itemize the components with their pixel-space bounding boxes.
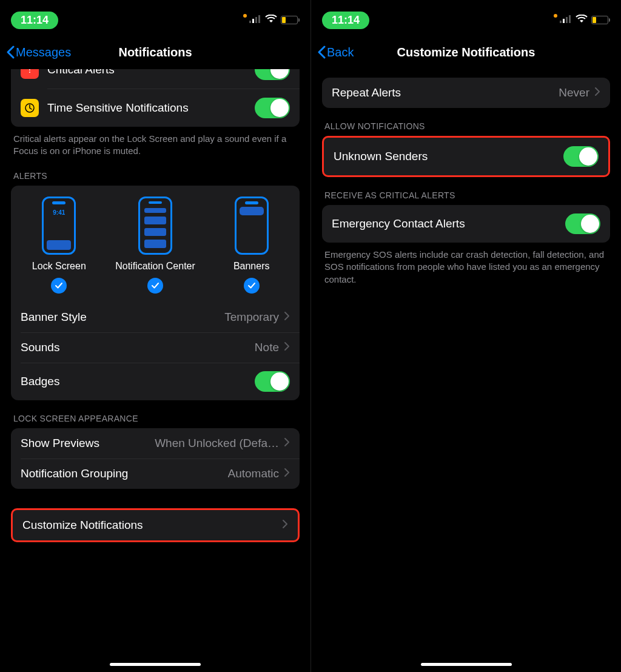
repeat-alerts-row[interactable]: Repeat Alerts Never — [322, 78, 610, 108]
status-time: 11:14 — [11, 12, 58, 29]
chevron-right-icon — [284, 341, 290, 354]
status-bar: 11:14 18 — [0, 5, 310, 35]
banners-icon — [235, 197, 269, 255]
notification-center-option[interactable]: Notification Center — [107, 197, 204, 294]
right-phone: 11:14 18 Back Customize Notifications Re… — [310, 0, 621, 672]
customize-notifications-row[interactable]: Customize Notifications — [13, 510, 298, 540]
back-label: Back — [327, 45, 354, 59]
wifi-icon — [265, 15, 277, 25]
battery-icon: 18 — [281, 16, 300, 24]
notification-center-icon — [138, 197, 172, 255]
lock-screen-icon: 9:41 — [42, 197, 76, 255]
chevron-left-icon — [6, 45, 15, 59]
chevron-right-icon — [284, 311, 290, 323]
lock-screen-header: LOCK SCREEN APPEARANCE — [13, 414, 297, 423]
home-indicator[interactable] — [110, 663, 201, 666]
megaphone-icon: ! — [21, 69, 39, 79]
banner-style-row[interactable]: Banner Style Temporary — [11, 302, 300, 332]
nav-bar: Back Customize Notifications — [311, 35, 621, 69]
chevron-right-icon — [284, 468, 290, 480]
svg-rect-9 — [569, 15, 571, 23]
back-button[interactable]: Messages — [6, 45, 71, 59]
alerts-header: ALERTS — [13, 171, 297, 181]
critical-header: RECEIVE AS CRITICAL ALERTS — [324, 190, 608, 200]
svg-rect-1 — [252, 19, 254, 23]
svg-rect-8 — [566, 17, 568, 23]
check-icon — [51, 278, 67, 294]
lock-screen-option[interactable]: 9:41 Lock Screen — [11, 197, 107, 294]
chevron-left-icon — [317, 45, 326, 59]
chevron-right-icon — [284, 437, 290, 449]
critical-alerts-row[interactable]: ! Critical Alerts — [11, 69, 300, 89]
svg-rect-0 — [249, 21, 251, 23]
left-phone: 11:14 18 Messages Notifications ! Critic… — [0, 0, 310, 672]
critical-alerts-label: Critical Alerts — [47, 69, 255, 76]
chevron-right-icon — [594, 87, 600, 99]
svg-rect-2 — [255, 17, 257, 23]
time-sensitive-row[interactable]: Time Sensitive Notifications — [11, 89, 300, 127]
emergency-alerts-row[interactable]: Emergency Contact Alerts — [322, 205, 610, 243]
alerts-grid: 9:41 Lock Screen Notification Center — [11, 186, 300, 302]
sounds-row[interactable]: Sounds Note — [11, 332, 300, 363]
time-sensitive-label: Time Sensitive Notifications — [47, 101, 255, 115]
home-indicator[interactable] — [421, 663, 512, 666]
clock-icon — [21, 99, 39, 117]
emergency-footer: Emergency SOS alerts include car crash d… — [324, 249, 608, 286]
critical-alerts-toggle[interactable] — [255, 69, 290, 80]
signal-icon — [560, 15, 572, 25]
svg-rect-3 — [258, 15, 260, 23]
check-icon — [244, 278, 260, 294]
show-previews-row[interactable]: Show Previews When Unlocked (Defa… — [11, 428, 300, 459]
time-sensitive-toggle[interactable] — [255, 98, 290, 118]
check-icon — [147, 278, 163, 294]
badges-row[interactable]: Badges — [11, 363, 300, 400]
status-time: 11:14 — [322, 12, 369, 29]
recording-indicator-icon — [554, 14, 557, 18]
recording-indicator-icon — [243, 14, 247, 18]
notification-grouping-row[interactable]: Notification Grouping Automatic — [11, 459, 300, 489]
wifi-icon — [576, 15, 588, 25]
page-title: Customize Notifications — [311, 45, 621, 59]
emergency-alerts-toggle[interactable] — [565, 213, 600, 234]
back-label: Messages — [16, 45, 71, 59]
svg-rect-6 — [560, 21, 562, 23]
badges-toggle[interactable] — [255, 371, 290, 392]
nav-bar: Messages Notifications — [0, 35, 310, 69]
critical-footer: Critical alerts appear on the Lock Scree… — [13, 133, 297, 158]
signal-icon — [249, 15, 261, 25]
unknown-senders-row[interactable]: Unknown Senders — [324, 138, 608, 175]
status-bar: 11:14 18 — [311, 5, 621, 35]
allow-header: ALLOW NOTIFICATIONS — [324, 121, 608, 131]
unknown-senders-toggle[interactable] — [563, 146, 599, 167]
battery-icon: 18 — [591, 16, 610, 24]
back-button[interactable]: Back — [317, 45, 354, 59]
chevron-right-icon — [282, 519, 288, 531]
banners-option[interactable]: Banners — [203, 197, 300, 294]
svg-rect-7 — [563, 19, 565, 23]
